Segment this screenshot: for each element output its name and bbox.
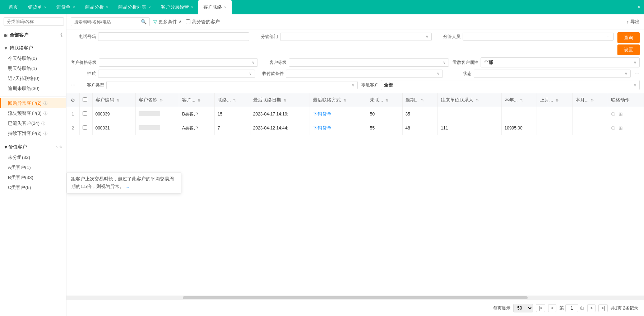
this-year-col-header[interactable]: 本年... ⇅ <box>501 93 537 107</box>
not-contacted-col-header[interactable]: 未联... ⇅ <box>367 93 402 107</box>
this-month-col-header[interactable]: 本月... ⇅ <box>573 93 608 107</box>
sidebar-item-a-class[interactable]: A类客户(1) <box>0 162 66 173</box>
close-icon[interactable]: × <box>73 5 75 9</box>
close-icon[interactable]: × <box>106 5 108 9</box>
chevron-up-icon: ∧ <box>179 19 182 24</box>
more-action-icon[interactable]: ⊞ <box>618 111 623 117</box>
table-row: 2 000031 A类客户 7 2023-04-12 14:44: 下销货单 <box>66 121 644 135</box>
price-level-select[interactable]: ∨ <box>99 58 258 67</box>
phone-input[interactable] <box>98 32 249 41</box>
name-col-header[interactable]: 客户名称 ⇅ <box>136 93 179 107</box>
sidebar-item-tomorrow[interactable]: 明天待联络(1) <box>0 63 66 74</box>
query-button[interactable]: 查询 <box>617 32 640 43</box>
sidebar-item-7days[interactable]: 近7天待联络(0) <box>0 74 66 84</box>
sidebar-item-today[interactable]: 今天待联络(0) <box>0 53 66 63</box>
close-icon[interactable]: × <box>44 5 46 9</box>
my-customers-checkbox[interactable] <box>186 19 190 24</box>
page-number-input[interactable] <box>565 304 578 312</box>
tab-customer-contact[interactable]: 客户联络 × <box>198 0 231 14</box>
tab-customer-tiered[interactable]: 客户分层经营 × <box>156 0 198 14</box>
filter-field-payment: 收付款条件 ∨ <box>259 70 443 78</box>
row-last-contact-type[interactable]: 下销货单 <box>310 121 367 135</box>
sort-icon: ⇅ <box>591 98 594 102</box>
first-page-button[interactable]: |< <box>536 304 545 312</box>
payment-select[interactable]: ∨ <box>286 70 443 78</box>
select-all-checkbox[interactable] <box>83 97 87 102</box>
sidebar-item-b-class[interactable]: B类客户(33) <box>0 173 66 183</box>
status-select[interactable]: ∨ <box>474 70 631 78</box>
row-this-year: 10995.00 <box>501 121 537 135</box>
export-button[interactable]: ↑ 导出 <box>627 19 640 25</box>
nature-select[interactable]: ∨ <box>98 70 255 78</box>
sidebar-search-input[interactable] <box>4 17 64 26</box>
row-select-checkbox[interactable] <box>83 125 87 130</box>
tab-product-analysis[interactable]: 商品分析 × <box>80 0 113 14</box>
dept-select[interactable]: ∨ <box>280 33 431 41</box>
sidebar-item-recurrent-abnormal[interactable]: 回购异常客户(2) ⓘ <box>0 98 66 108</box>
scattered-customer-select[interactable]: 全部 ∨ <box>381 80 640 90</box>
sort-icon: ⇅ <box>385 98 388 102</box>
value-customers-section-title[interactable]: ▼ 价值客户 ○ ✎ <box>0 142 66 152</box>
table-row: 1 000039 B类客户 15 2023-04-17 14:19: 下销货单 <box>66 107 644 121</box>
contact-person-col-header[interactable]: 往来单位联系人 ⇅ <box>438 93 501 107</box>
more-filters-button[interactable]: ▽ 更多条件 ∧ <box>153 19 182 25</box>
more-action-icon[interactable]: ⊞ <box>618 125 623 131</box>
last-contact-type-col-header[interactable]: 最后联络方式 ⇅ <box>310 93 367 107</box>
action-icons: ⚇ ⊞ <box>611 111 641 117</box>
sidebar-item-lost-pre[interactable]: 流失预警客户(3) ⓘ <box>0 108 66 118</box>
prev-page-button[interactable]: < <box>548 304 556 312</box>
sidebar-item-c-class[interactable]: C类客户(6) <box>0 183 66 193</box>
last-page-button[interactable]: >| <box>598 304 608 312</box>
code-col-header[interactable]: 客户编码 ⇅ <box>92 93 136 107</box>
tab-sales-order[interactable]: 销货单 × <box>23 0 51 14</box>
customer-level-select[interactable]: ∨ <box>289 58 449 67</box>
row-last-contact-type[interactable]: 下销货单 <box>310 107 367 121</box>
page-size-select[interactable]: 50 100 200 <box>513 304 533 312</box>
row-this-year <box>501 107 537 121</box>
row-overdue: 48 <box>402 121 438 135</box>
contact-count-col-header[interactable]: 联络... ⇅ <box>214 93 250 107</box>
scroll-thumb[interactable] <box>183 296 528 299</box>
horizontal-scrollbar[interactable] <box>66 296 644 300</box>
filter-field-status: 状态 ∨ <box>446 70 631 78</box>
close-icon[interactable]: × <box>191 5 193 9</box>
search-icon[interactable]: 🔍 <box>141 19 147 24</box>
sidebar-item-keep-down[interactable]: 持续下滑客户(2) ⓘ <box>0 128 66 138</box>
overdue-col-header[interactable]: 逾期... ⇅ <box>402 93 438 107</box>
level-col-header[interactable]: 客户... ⇅ <box>179 93 215 107</box>
close-icon[interactable]: × <box>148 5 150 9</box>
close-all-button[interactable]: × <box>637 4 640 10</box>
settings-button[interactable]: 设置 <box>617 44 640 55</box>
contact-action-icon[interactable]: ⚇ <box>611 111 616 117</box>
refresh-icon[interactable]: ○ <box>55 145 58 150</box>
sort-icon: ⇅ <box>116 98 119 102</box>
contact-action-icon[interactable]: ⚇ <box>611 125 616 131</box>
my-customers-checkbox-area[interactable]: 我分管的客户 <box>186 19 220 25</box>
settings-icon[interactable]: ⚙ <box>71 98 75 103</box>
row4-more-icon[interactable]: ··· <box>71 82 75 88</box>
edit-icon[interactable]: ✎ <box>59 145 62 150</box>
collapse-icon[interactable]: 《 <box>58 32 62 38</box>
tab-home[interactable]: 首页 <box>4 0 23 14</box>
close-icon[interactable]: × <box>224 5 226 9</box>
row-select-checkbox[interactable] <box>83 111 87 116</box>
person-select[interactable]: ··· <box>463 33 614 41</box>
row-level: A类客户 <box>179 121 215 135</box>
pending-contact-title[interactable]: ▼ 待联络客户 <box>0 43 66 53</box>
row-code: 000031 <box>92 121 136 135</box>
search-input[interactable] <box>74 19 139 24</box>
last-month-col-header[interactable]: 上月... ⇅ <box>537 93 573 107</box>
last-contact-date-col-header[interactable]: 最后联络日期 ⇅ <box>250 93 310 107</box>
table-container: ⚙ 客户编码 ⇅ 客户名称 ⇅ <box>66 93 644 296</box>
scattered-attr-select[interactable]: 全部 ∨ <box>481 57 640 67</box>
sidebar-item-already-lost[interactable]: 已流失客户(24) ⓘ <box>0 118 66 128</box>
sidebar-item-unclassified[interactable]: 未分组(32) <box>0 152 66 162</box>
customer-type-select[interactable]: ∨ <box>106 81 357 89</box>
sidebar-item-overdue[interactable]: 逾期未联络(30) <box>0 84 66 94</box>
tab-product-analysis-list[interactable]: 商品分析列表 × <box>113 0 156 14</box>
tab-purchase-order[interactable]: 进货单 × <box>51 0 80 14</box>
next-page-button[interactable]: > <box>587 304 596 312</box>
filter-more-icon[interactable]: ··· <box>634 70 640 77</box>
row-actions: ⚇ ⊞ <box>608 107 644 121</box>
top-navigation: 首页 销货单 × 进货单 × 商品分析 × 商品分析列表 × 客户分层经营 × … <box>0 0 644 14</box>
